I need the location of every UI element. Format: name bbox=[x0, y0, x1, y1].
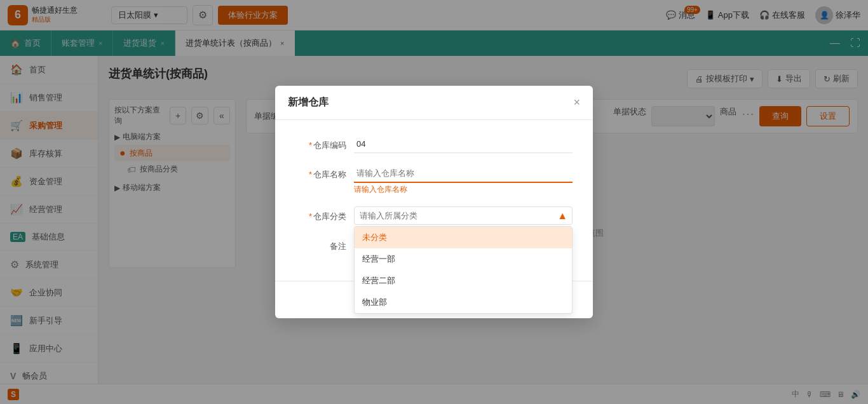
code-label: *仓库编码 bbox=[295, 135, 346, 151]
dropdown-item-dept2[interactable]: 经营二部 bbox=[355, 270, 572, 292]
remark-label: 备注 bbox=[295, 236, 346, 252]
modal-header: 新增仓库 × bbox=[275, 86, 593, 120]
warehouse-name-input[interactable] bbox=[354, 165, 573, 183]
category-label: *仓库分类 bbox=[295, 206, 346, 222]
category-dropdown: 未分类 经营一部 经营二部 物业部 bbox=[354, 226, 573, 314]
name-error-msg: 请输入仓库名称 bbox=[354, 185, 407, 194]
modal-title: 新增仓库 bbox=[288, 96, 329, 109]
dropdown-item-dept1[interactable]: 经营一部 bbox=[355, 248, 572, 270]
warehouse-name-row: *仓库名称 请输入仓库名称 bbox=[295, 165, 573, 195]
warehouse-category-row: *仓库分类 ▲ 未分类 经营一部 经营二部 物业部 bbox=[295, 206, 573, 225]
warehouse-code-input[interactable] bbox=[354, 135, 573, 153]
name-input-wrap bbox=[354, 165, 573, 183]
dropdown-item-uncategorized[interactable]: 未分类 bbox=[355, 227, 572, 248]
modal-body: *仓库编码 04 *仓库名称 请输入仓库名称 bbox=[275, 120, 593, 281]
category-input[interactable] bbox=[354, 206, 573, 225]
modal-close-btn[interactable]: × bbox=[573, 96, 580, 109]
category-arrow-icon[interactable]: ▲ bbox=[557, 210, 567, 222]
name-label: *仓库名称 bbox=[295, 165, 346, 180]
category-input-wrap: ▲ 未分类 经营一部 经营二部 物业部 bbox=[354, 206, 573, 225]
modal-new-warehouse: 新增仓库 × *仓库编码 04 *仓库名称 请输 bbox=[275, 86, 593, 318]
code-input-wrap: 04 bbox=[354, 135, 573, 153]
dropdown-item-dept3[interactable]: 物业部 bbox=[355, 292, 572, 313]
warehouse-code-row: *仓库编码 04 bbox=[295, 135, 573, 153]
